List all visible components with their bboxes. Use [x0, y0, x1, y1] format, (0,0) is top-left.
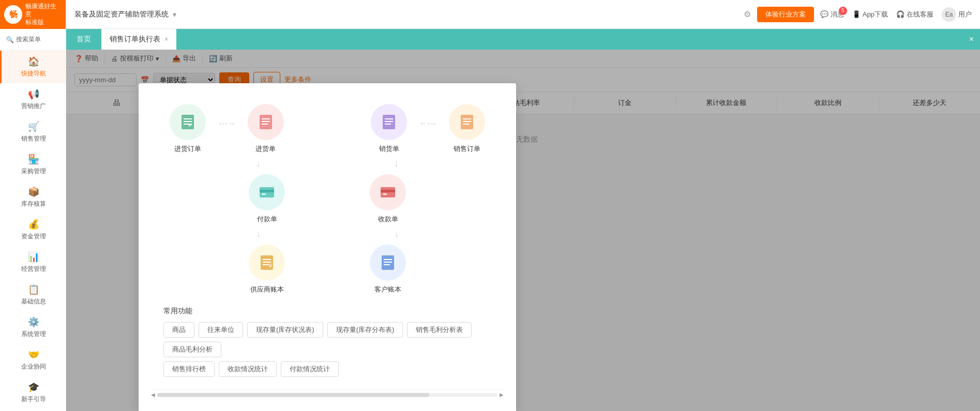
common-btn-product-profit[interactable]: 商品毛利分析	[163, 342, 221, 357]
tab-close-icon[interactable]: ×	[164, 36, 168, 43]
scrollbar-right-arrow[interactable]: ▶	[500, 392, 504, 398]
message-btn[interactable]: 💬 消息 5	[820, 10, 844, 19]
flow-item-purchase-order[interactable]: 进货订单	[170, 104, 206, 154]
logo-text: 畅康通好生意 标准版	[25, 3, 62, 27]
search-menu-button[interactable]: 🔍 搜索菜单	[4, 33, 62, 46]
sidebar-item-operations[interactable]: 📊 经营管理	[0, 246, 66, 279]
purchase-order-icon	[170, 104, 206, 140]
common-btn-sales-profit[interactable]: 销售毛利分析表	[407, 322, 472, 338]
dropdown-icon[interactable]: ▾	[173, 10, 176, 19]
home-icon: 🏠	[28, 56, 39, 67]
supplier-account-icon: ¥	[249, 245, 285, 281]
customer-account-icon	[370, 245, 406, 281]
sidebar-item-system[interactable]: ⚙️ 系统管理	[0, 311, 66, 344]
topbar: 装备及固定资产辅助管理系统 ▾ ⚙ 体验行业方案 💬 消息 5 📱 App下载 …	[66, 0, 980, 29]
search-icon: 🔍	[6, 36, 14, 43]
flow-diagram: 进货订单 - - - → 进货单	[151, 96, 504, 307]
system-icon: ⚙️	[28, 316, 39, 328]
tab-sales-order[interactable]: 销售订单执行表 ×	[101, 29, 176, 50]
marketing-icon: 📢	[28, 88, 39, 100]
sales-icon: 🛒	[28, 121, 39, 132]
common-btn-payment-stats[interactable]: 付款情况统计	[281, 361, 339, 377]
app-download-btn[interactable]: 📱 App下载	[852, 10, 888, 19]
sidebar: 畅 畅康通好生意 标准版 🔍 搜索菜单 🏠 快捷导航 📢 营销推广 🛒	[0, 0, 66, 411]
service-icon: 🎧	[896, 10, 904, 18]
common-btn-product[interactable]: 商品	[163, 322, 194, 338]
arrow-down-customer: ↓	[379, 230, 415, 238]
scrollbar-track[interactable]	[157, 393, 497, 397]
sidebar-item-marketing[interactable]: 📢 营销推广	[0, 83, 66, 116]
common-btn-receipt-stats[interactable]: 收款情况统计	[219, 361, 277, 377]
flow-item-payment[interactable]: 付款单	[249, 174, 285, 224]
flow-arrows-down-row: ↓ ↓	[163, 158, 491, 170]
sales-bill-icon	[371, 104, 407, 140]
enterprise-icon: 🤝	[28, 349, 39, 360]
system-title: 装备及固定资产辅助管理系统 ▾	[74, 10, 737, 19]
common-btn-stock-dist[interactable]: 现存量(库存分布表)	[327, 322, 403, 338]
sidebar-item-inventory[interactable]: 📦 库存核算	[0, 181, 66, 214]
tab-home[interactable]: 首页	[66, 29, 101, 50]
inventory-icon: 📦	[28, 186, 39, 197]
flow-row-3: ¥ 供应商账本 客户账本	[163, 245, 491, 294]
sidebar-item-enterprise[interactable]: 🤝 企业协同	[0, 344, 66, 376]
sidebar-item-purchase[interactable]: 🏪 采购管理	[0, 148, 66, 181]
flow-row-1: 进货订单 - - - → 进货单	[163, 104, 491, 154]
scrollbar-thumb[interactable]	[157, 393, 429, 397]
sidebar-search[interactable]: 🔍 搜索菜单	[0, 29, 66, 51]
common-btn-contact[interactable]: 往来单位	[199, 322, 243, 338]
flow-row-2: 付款单 收款单	[163, 174, 491, 224]
sidebar-item-finance[interactable]: 💰 资金管理	[0, 214, 66, 246]
modal: 进货订单 - - - → 进货单	[139, 83, 516, 411]
flow-item-sales-bill[interactable]: 销货单	[371, 104, 407, 154]
content-area: ❓ 帮助 🖨 按模板打印 ▾ 📤 导出 🔄 刷新	[66, 50, 980, 411]
sidebar-item-quick-nav[interactable]: 🏠 快捷导航	[0, 51, 66, 83]
modal-overlay[interactable]: 进货订单 - - - → 进货单	[66, 50, 980, 411]
sidebar-item-basic-info[interactable]: 📋 基础信息	[0, 279, 66, 311]
sidebar-item-guide[interactable]: 🎓 新手引导	[0, 376, 66, 409]
user-btn[interactable]: Ea 用户	[942, 7, 972, 22]
arrow-down-supplier: ↓	[240, 230, 277, 238]
logo-icon: 畅	[4, 5, 22, 24]
common-functions: 常用功能 商品 往来单位 现存量(库存状况表) 现存量(库存分布表) 销售毛利分…	[151, 307, 504, 389]
purchase-bill-icon	[248, 104, 284, 140]
sidebar-item-sales[interactable]: 🛒 销售管理	[0, 116, 66, 148]
arrow-left-1: - - - →	[420, 119, 436, 128]
tabbar: 首页 销售订单执行表 × ×	[66, 29, 980, 50]
experience-btn[interactable]: 体验行业方案	[757, 7, 814, 22]
modal-scrollbar: ◀ ▶	[151, 389, 504, 400]
svg-rect-20	[381, 190, 395, 192]
message-icon: 💬	[820, 10, 828, 18]
sales-order-icon	[449, 104, 485, 140]
flow-item-sales-order[interactable]: 销售订单	[449, 104, 485, 154]
receipt-icon	[370, 174, 406, 210]
flow-arrows-down-row2: ↓ ↓	[163, 228, 491, 240]
main-area: 装备及固定资产辅助管理系统 ▾ ⚙ 体验行业方案 💬 消息 5 📱 App下载 …	[66, 0, 980, 411]
sidebar-nav: 🏠 快捷导航 📢 营销推广 🛒 销售管理 🏪 采购管理 📦 库存核算 💰	[0, 51, 66, 411]
common-btn-sales-rank[interactable]: 销售排行榜	[163, 361, 215, 377]
common-btns-row2: 销售排行榜 收款情况统计 付款情况统计	[163, 361, 491, 377]
topbar-right: 💬 消息 5 📱 App下载 🎧 在线客服 Ea 用户	[820, 7, 972, 22]
common-btn-stock-status[interactable]: 现存量(库存状况表)	[247, 322, 323, 338]
flow-item-receipt[interactable]: 收款单	[370, 174, 406, 224]
arrow-right-1: - - - →	[219, 119, 235, 128]
purchase-icon: 🏪	[28, 154, 39, 165]
flow-item-purchase-bill[interactable]: 进货单	[248, 104, 284, 154]
flow-item-supplier-account[interactable]: ¥ 供应商账本	[249, 245, 285, 294]
common-btns-row1: 商品 往来单位 现存量(库存状况表) 现存量(库存分布表) 销售毛利分析表 商品…	[163, 322, 491, 357]
arrow-down-payment: ↓	[240, 160, 277, 168]
arrow-down-receipt: ↓	[379, 160, 415, 168]
sidebar-logo: 畅 畅康通好生意 标准版	[0, 0, 66, 29]
operations-icon: 📊	[28, 251, 39, 263]
tabbar-close-btn[interactable]: ×	[969, 35, 980, 44]
gear-icon[interactable]: ⚙	[744, 9, 751, 19]
svg-rect-17	[260, 190, 274, 192]
scrollbar-left-arrow[interactable]: ◀	[151, 392, 155, 398]
download-icon: 📱	[852, 10, 861, 18]
payment-icon	[249, 174, 285, 210]
guide-icon: 🎓	[28, 382, 39, 393]
flow-item-customer-account[interactable]: 客户账本	[370, 245, 406, 294]
online-service-btn[interactable]: 🎧 在线客服	[896, 10, 933, 19]
svg-text:¥: ¥	[268, 263, 272, 269]
common-functions-title: 常用功能	[163, 307, 491, 316]
svg-rect-18	[262, 193, 266, 195]
